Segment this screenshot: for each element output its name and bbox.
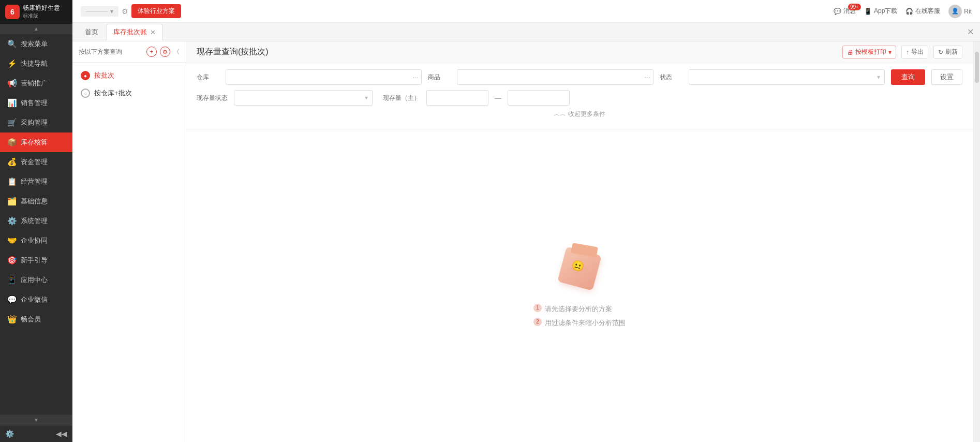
sidebar-item-wechat[interactable]: 💬 企业微信	[0, 290, 72, 310]
sidebar-item-shortcuts[interactable]: ⚡ 快捷导航	[0, 54, 72, 73]
right-scrollbar	[973, 41, 980, 442]
sidebar-scroll-down[interactable]: ▼	[0, 415, 72, 425]
plan-item-batch[interactable]: ● 按批次	[72, 67, 186, 84]
settings-btn[interactable]: 设置	[931, 69, 962, 85]
sidebar-item-marketing[interactable]: 📢 营销推广	[0, 73, 72, 93]
topbar-right: 💬 消息 99+ 📱 App下载 🎧 在线客服 👤 Rit	[834, 5, 972, 18]
collapse-more-btn[interactable]: ︿︿ 收起更多条件	[197, 106, 962, 123]
avatar: 👤	[948, 5, 962, 18]
main-area: ───── ▾ ⚙ 体验行业方案 💬 消息 99+ 📱 App下载 🎧 在线客服	[72, 0, 980, 442]
phone-icon: 📱	[864, 8, 872, 15]
collapse-panel-btn[interactable]: 《	[173, 48, 180, 56]
app-name: 畅康通好生意	[23, 4, 60, 12]
plan-list: ● 按批次 ○ 按仓库+批次	[72, 63, 186, 106]
sidebar-item-apps[interactable]: 📱 应用中心	[0, 270, 72, 290]
lightning-icon: ⚡	[7, 59, 17, 68]
warehouse-label: 仓库	[197, 73, 222, 82]
left-panel-header: 按以下方案查询 + ⚙ 《	[72, 41, 186, 63]
tab-close-btn[interactable]: ✕	[150, 29, 156, 36]
stock-status-label: 现存量状态	[197, 94, 228, 102]
collapse-up-icon: ︿︿	[554, 110, 566, 119]
add-plan-btn[interactable]: +	[146, 47, 157, 57]
scroll-handle[interactable]	[975, 52, 979, 83]
goods-input-wrap: ···	[457, 69, 653, 85]
range-separator: —	[492, 94, 504, 102]
query-btn[interactable]: 查询	[891, 69, 925, 85]
breadcrumb: ───── ▾	[81, 6, 118, 17]
status-field: 状态 ▾	[660, 69, 885, 85]
search-icon: 🔍	[7, 39, 17, 49]
left-panel: 按以下方案查询 + ⚙ 《 ● 按批次 ○ 按仓库+批次	[72, 41, 186, 442]
sidebar-item-inventory[interactable]: 📦 库存核算	[0, 132, 72, 152]
sidebar-item-member[interactable]: 👑 畅会员	[0, 310, 72, 329]
tabbar: 首页 库存批次账 ✕ ✕	[72, 23, 980, 41]
stock-status-field: 现存量状态 ▾	[197, 90, 373, 106]
tab-home[interactable]: 首页	[79, 24, 105, 40]
sidebar-item-purchase[interactable]: 🛒 采购管理	[0, 113, 72, 132]
box-icon: 📦	[7, 138, 17, 147]
warehouse-dots-icon[interactable]: ···	[413, 73, 419, 81]
chat-icon: 💬	[7, 295, 17, 304]
sidebar-item-operations[interactable]: 📋 经营管理	[0, 172, 72, 191]
sidebar-item-search[interactable]: 🔍 搜索菜单	[0, 34, 72, 54]
message-icon: 💬	[834, 8, 841, 15]
goods-label: 商品	[428, 73, 454, 82]
sidebar: 6 畅康通好生意 标准版 ▲ 🔍 搜索菜单 ⚡ 快捷导航 📢 营销推广 📊 销售…	[0, 0, 72, 442]
refresh-btn[interactable]: ↻ 刷新	[933, 46, 962, 58]
main-content: 现存量查询(按批次) 🖨 按模板打印 ▾ ↑ 导出 ↻ 刷新	[186, 41, 973, 442]
online-service-action[interactable]: 🎧 在线客服	[905, 7, 940, 16]
sidebar-item-sales[interactable]: 📊 销售管理	[0, 93, 72, 113]
tab-inventory-batch[interactable]: 库存批次账 ✕	[107, 24, 162, 40]
sidebar-item-system[interactable]: ⚙️ 系统管理	[0, 211, 72, 231]
empty-illustration: 😐	[554, 243, 605, 294]
empty-state: 😐 1 请先选择要分析的方案 2 用过滤条件来缩小分析范围	[186, 129, 973, 442]
topbar: ───── ▾ ⚙ 体验行业方案 💬 消息 99+ 📱 App下载 🎧 在线客服	[72, 0, 980, 23]
topbar-gear-icon[interactable]: ⚙	[122, 7, 128, 16]
warehouse-input[interactable]	[226, 69, 422, 85]
status-select[interactable]: ▾	[689, 69, 885, 85]
sidebar-item-guide[interactable]: 🎯 新手引导	[0, 251, 72, 270]
sidebar-scroll-up[interactable]: ▲	[0, 24, 72, 34]
breadcrumb-dropdown[interactable]: ▾	[110, 8, 113, 15]
print-dropdown-icon: ▾	[888, 49, 892, 56]
page-close-btn[interactable]: ✕	[967, 27, 974, 37]
collapse-sidebar-icon[interactable]: ◀◀	[56, 430, 67, 438]
user-action[interactable]: 👤 Rit	[948, 5, 972, 18]
stock-qty-max-input[interactable]	[508, 90, 570, 106]
app-download-action[interactable]: 📱 App下载	[864, 7, 897, 16]
warehouse-field: 仓库 ···	[197, 69, 422, 85]
print-btn[interactable]: 🖨 按模板打印 ▾	[842, 46, 896, 58]
message-action[interactable]: 💬 消息 99+	[834, 7, 856, 16]
target-icon: 🎯	[7, 256, 17, 265]
message-badge: 99+	[848, 4, 861, 10]
settings-footer-icon[interactable]: ⚙️	[5, 430, 14, 438]
sidebar-nav: 🔍 搜索菜单 ⚡ 快捷导航 📢 营销推广 📊 销售管理 🛒 采购管理 📦 库存核…	[0, 34, 72, 415]
avatar-initials: 👤	[952, 8, 959, 14]
money-icon: 💰	[7, 157, 17, 167]
warehouse-input-wrap: ···	[226, 69, 422, 85]
headset-icon: 🎧	[905, 8, 913, 15]
plan-settings-btn[interactable]: ⚙	[160, 47, 170, 57]
sidebar-item-finance[interactable]: 💰 资金管理	[0, 152, 72, 172]
clipboard-icon: 📋	[7, 177, 17, 186]
app-edition: 标准版	[23, 12, 60, 20]
sidebar-item-collab[interactable]: 🤝 企业协同	[0, 231, 72, 251]
page-header-actions: 🖨 按模板打印 ▾ ↑ 导出 ↻ 刷新	[842, 46, 962, 58]
export-btn[interactable]: ↑ 导出	[901, 46, 928, 58]
stock-status-select[interactable]: ▾	[234, 90, 373, 106]
status-dropdown-icon: ▾	[877, 73, 880, 81]
goods-input[interactable]	[457, 69, 653, 85]
left-panel-actions: + ⚙ 《	[146, 47, 180, 57]
tip-item-2: 2 用过滤条件来缩小分析范围	[533, 317, 626, 329]
plan-item-warehouse-batch[interactable]: ○ 按仓库+批次	[72, 84, 186, 102]
plan-inactive-icon: ○	[81, 89, 90, 98]
chart-icon: 📊	[7, 98, 17, 108]
goods-dots-icon[interactable]: ···	[644, 73, 650, 81]
sidebar-item-basics[interactable]: 🗂️ 基础信息	[0, 191, 72, 211]
sidebar-header: 6 畅康通好生意 标准版	[0, 0, 72, 24]
print-icon: 🖨	[847, 49, 853, 56]
stock-qty-min-input[interactable]	[426, 90, 488, 106]
empty-face-icon: 😐	[570, 258, 586, 273]
folder-icon: 🗂️	[7, 197, 17, 206]
experience-btn[interactable]: 体验行业方案	[131, 4, 181, 18]
